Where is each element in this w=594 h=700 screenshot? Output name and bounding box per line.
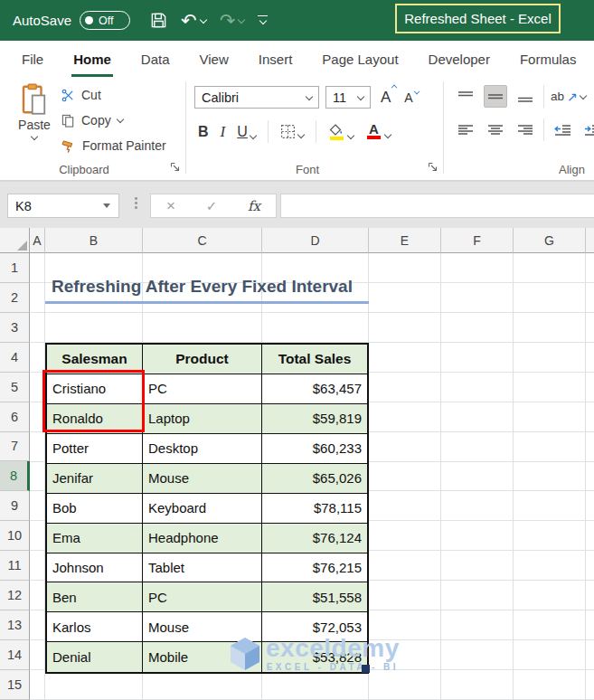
top-align-button[interactable] [454,85,477,108]
align-left-button[interactable] [454,118,477,141]
row-header-12[interactable]: 12 [0,581,30,610]
save-button[interactable] [150,12,167,29]
row-header-3[interactable]: 3 [0,313,30,343]
cells-area[interactable]: Refreshing After Every Fixed Interval Sa… [30,253,594,700]
row-header-8-active[interactable]: 8 [0,461,30,491]
row-header-9[interactable]: 9 [0,491,30,521]
decrease-indent-button[interactable] [551,118,574,141]
tab-insert[interactable]: Insert [257,42,295,77]
header-total-sales[interactable]: Total Sales [262,345,367,374]
row-header-6[interactable]: 6 [0,402,30,432]
column-header-g[interactable]: G [514,228,586,253]
chevron-down-icon[interactable] [116,116,123,123]
chevron-down-icon[interactable] [31,133,38,140]
increase-indent-button[interactable] [580,118,594,141]
cell-sales[interactable]: $65,026 [262,464,367,494]
enter-button[interactable]: ✓ [206,198,218,214]
middle-align-button[interactable] [484,85,507,108]
row-header-14[interactable]: 14 [0,640,30,670]
row-header-5[interactable]: 5 [0,373,30,402]
cell-product[interactable]: Headphone [143,524,262,553]
customize-qat-button[interactable] [258,15,268,26]
grow-font-button[interactable]: A [377,89,394,107]
italic-button[interactable]: I [221,123,226,141]
tab-home[interactable]: Home [71,42,113,77]
row-header-10[interactable]: 10 [0,521,30,551]
row-header-4[interactable]: 4 [0,343,30,373]
cell-salesman[interactable]: Potter [47,434,143,464]
tab-page-layout[interactable]: Page Layout [320,42,400,77]
row-header-15[interactable]: 15 [0,670,30,700]
formula-input[interactable] [280,194,594,218]
chevron-down-icon[interactable] [580,91,587,99]
column-header-c[interactable]: C [143,228,262,253]
bottom-align-button[interactable] [514,85,537,108]
undo-button[interactable]: ↶ [181,12,206,30]
fill-handle[interactable] [362,665,370,673]
bold-button[interactable]: B [198,124,209,140]
cell-product[interactable]: Tablet [143,553,262,583]
tab-file[interactable]: File [20,42,45,77]
column-header-b[interactable]: B [45,228,143,253]
fill-color-button[interactable] [328,124,354,140]
tab-formulas[interactable]: Formulas [518,42,579,77]
font-size-select[interactable]: 11 [325,86,371,109]
header-product[interactable]: Product [143,345,262,374]
cell-salesman[interactable]: Johnson [47,553,143,583]
borders-button[interactable] [280,124,304,139]
cancel-button[interactable]: × [166,197,175,215]
cell-sales[interactable]: $51,558 [262,582,367,612]
row-header-2[interactable]: 2 [0,283,30,313]
orientation-button[interactable]: ab ↗ [551,90,586,104]
cell-salesman[interactable]: Karlos [47,612,143,642]
row-header-7[interactable]: 7 [0,432,30,462]
select-all-corner[interactable] [0,228,30,253]
cell-sales[interactable]: $76,215 [262,553,367,583]
cell-salesman[interactable]: Bob [47,494,143,524]
chevron-down-icon[interactable] [384,131,391,138]
cell-salesman[interactable]: Ben [47,582,143,612]
cut-button[interactable]: Cut [61,82,166,108]
chevron-down-icon[interactable] [250,131,257,138]
column-header-a[interactable]: A [30,228,45,253]
column-header-f[interactable]: F [441,228,514,253]
column-header-e[interactable]: E [369,228,441,253]
cell-product[interactable]: Laptop [143,404,262,434]
cell-product[interactable]: PC [143,374,262,404]
format-painter-button[interactable]: Format Painter [61,133,166,158]
cell-product[interactable]: PC [143,582,262,612]
cell-product[interactable]: Mouse [143,464,262,494]
cell-sales[interactable]: $60,233 [262,434,367,464]
row-header-1[interactable]: 1 [0,253,30,283]
row-header-13[interactable]: 13 [0,610,30,640]
row-header-11[interactable]: 11 [0,551,30,581]
font-dialog-launcher[interactable] [428,159,438,175]
chevron-down-icon[interactable] [297,131,305,138]
cell-salesman[interactable]: Jenifar [47,464,143,494]
autosave-switch[interactable]: Off [80,11,130,30]
cell-product[interactable]: Keyboard [143,494,262,524]
cell-sales[interactable]: $76,124 [262,524,367,553]
align-right-button[interactable] [514,118,537,141]
font-name-select[interactable]: Calibri [194,86,319,109]
insert-function-button[interactable]: fx [248,198,260,214]
tab-developer[interactable]: Developer [427,42,492,77]
align-center-button[interactable] [484,118,507,141]
underline-button[interactable]: U [237,124,256,140]
redo-button[interactable]: ↷ [220,12,245,30]
shrink-font-button[interactable]: A [401,90,416,105]
tab-view[interactable]: View [198,42,231,77]
cell-sales[interactable]: $78,115 [262,494,367,524]
cell-sales[interactable]: $59,819 [262,404,367,434]
chevron-down-icon[interactable] [199,15,206,23]
paste-button[interactable]: Paste [11,83,58,141]
cell-salesman[interactable]: Ema [47,524,143,553]
font-color-button[interactable]: A [365,124,391,139]
column-header-d[interactable]: D [262,228,369,253]
autosave-toggle[interactable]: AutoSave Off [13,11,130,30]
copy-button[interactable]: Copy [61,108,166,133]
cell-sales[interactable]: $63,457 [262,374,367,404]
chevron-down-icon[interactable] [347,131,354,138]
clipboard-dialog-launcher[interactable] [170,159,180,175]
tab-data[interactable]: Data [139,42,172,77]
